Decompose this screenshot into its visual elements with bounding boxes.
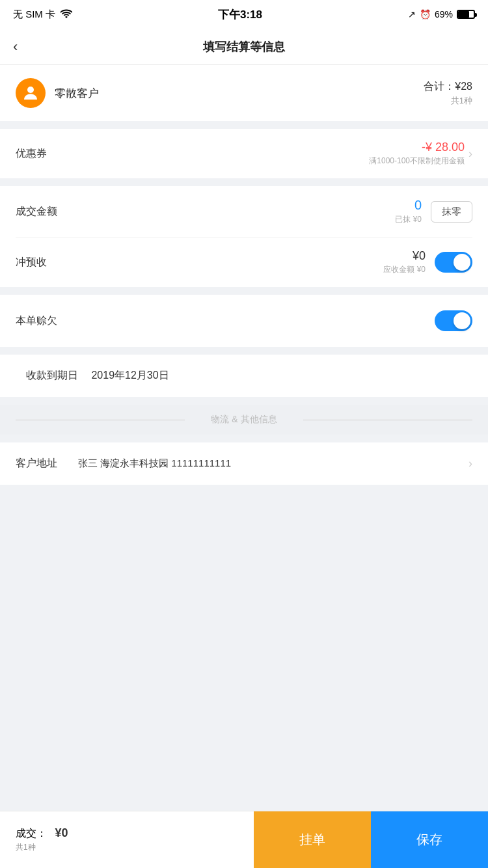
no-sim-text: 无 SIM 卡 <box>13 8 55 21</box>
due-date-content: 收款到期日 2019年12月30日 <box>16 369 472 383</box>
amount-label: 成交金额 <box>16 205 57 219</box>
amount-row: 成交金额 0 已抹 ¥0 抹零 <box>16 186 472 237</box>
wifi-icon <box>61 9 72 20</box>
transaction-section: 成交金额 0 已抹 ¥0 抹零 冲预收 ¥0 应收金额 ¥0 <box>0 186 488 287</box>
user-icon <box>21 83 40 103</box>
customer-total: 合计：¥28 <box>424 80 472 94</box>
section-divider: 物流 & 其他信息 <box>0 405 488 435</box>
save-button[interactable]: 保存 <box>371 811 488 868</box>
charge-sub: 应收金额 ¥0 <box>383 264 426 275</box>
page-title: 填写结算等信息 <box>203 39 285 55</box>
customer-name: 零散客户 <box>55 86 99 101</box>
round-button[interactable]: 抹零 <box>431 201 472 223</box>
divider-text: 物流 & 其他信息 <box>211 414 277 426</box>
customer-avatar <box>16 78 46 108</box>
coupon-desc: 满1000-100不限制使用金额 <box>369 156 465 167</box>
coupon-arrow-icon: › <box>468 147 472 161</box>
status-right: ↗ ⏰ 69% <box>408 9 475 20</box>
bottom-count: 共1种 <box>16 842 238 853</box>
charge-label: 冲预收 <box>16 256 47 269</box>
debt-section: 本单赊欠 <box>0 295 488 347</box>
hold-button[interactable]: 挂单 <box>254 811 371 868</box>
customer-section: 零散客户 合计：¥28 共1种 <box>0 65 488 121</box>
alarm-icon: ⏰ <box>420 9 431 20</box>
location-icon: ↗ <box>408 9 416 20</box>
charge-row: 冲预收 ¥0 应收金额 ¥0 <box>16 237 472 287</box>
debt-toggle-knob <box>454 312 470 329</box>
due-date-label: 收款到期日 <box>26 370 78 381</box>
address-value: 张三 海淀永丰科技园 11111111111 <box>78 457 468 470</box>
coupon-discount: -¥ 28.00 <box>369 141 465 154</box>
nav-bar: ‹ 填写结算等信息 <box>0 29 488 65</box>
customer-summary: 合计：¥28 共1种 <box>424 80 472 107</box>
coupon-section[interactable]: 优惠券 -¥ 28.00 满1000-100不限制使用金额 › <box>0 129 488 178</box>
debt-label: 本单赊欠 <box>16 314 57 328</box>
due-date-value: 2019年12月30日 <box>91 370 169 381</box>
amount-input[interactable]: 0 <box>395 198 422 213</box>
bottom-deal-amount: ¥0 <box>55 826 68 839</box>
bottom-bar: 成交： ¥0 共1种 挂单 保存 <box>0 811 488 868</box>
divider-line-left <box>16 420 185 420</box>
amount-value-wrap: 0 已抹 ¥0 <box>395 198 422 225</box>
status-time: 下午3:18 <box>218 7 262 22</box>
debt-row: 本单赊欠 <box>16 295 472 347</box>
battery-icon <box>457 10 475 19</box>
back-button[interactable]: ‹ <box>13 38 18 55</box>
status-bar: 无 SIM 卡 下午3:18 ↗ ⏰ 69% <box>0 0 488 29</box>
address-arrow-icon: › <box>468 457 472 470</box>
customer-count: 共1种 <box>424 95 472 107</box>
charge-toggle[interactable] <box>435 252 472 273</box>
bottom-info: 成交： ¥0 共1种 <box>0 826 254 853</box>
address-section[interactable]: 客户地址 张三 海淀永丰科技园 11111111111 › <box>0 442 488 485</box>
main-content: 零散客户 合计：¥28 共1种 优惠券 -¥ 28.00 满1000-100不限… <box>0 65 488 558</box>
bottom-deal-label: 成交： <box>16 828 47 839</box>
address-label: 客户地址 <box>16 457 68 470</box>
customer-left: 零散客户 <box>16 78 99 108</box>
coupon-label: 优惠券 <box>16 147 47 161</box>
due-date-section: 收款到期日 2019年12月30日 <box>0 355 488 397</box>
status-left: 无 SIM 卡 <box>13 8 72 21</box>
divider-line-right <box>303 420 472 420</box>
already-rounded: 已抹 ¥0 <box>395 214 422 225</box>
charge-right: ¥0 应收金额 ¥0 <box>383 249 472 275</box>
coupon-right: -¥ 28.00 满1000-100不限制使用金额 › <box>369 141 472 167</box>
coupon-info: -¥ 28.00 满1000-100不限制使用金额 <box>369 141 465 167</box>
amount-right: 0 已抹 ¥0 抹零 <box>395 198 472 225</box>
toggle-knob <box>454 254 470 271</box>
battery-text: 69% <box>435 9 453 20</box>
charge-amount-wrap: ¥0 应收金额 ¥0 <box>383 249 426 275</box>
charge-amount: ¥0 <box>383 249 426 263</box>
svg-point-0 <box>27 87 34 93</box>
debt-toggle[interactable] <box>435 310 472 331</box>
bottom-deal-row: 成交： ¥0 <box>16 826 238 841</box>
